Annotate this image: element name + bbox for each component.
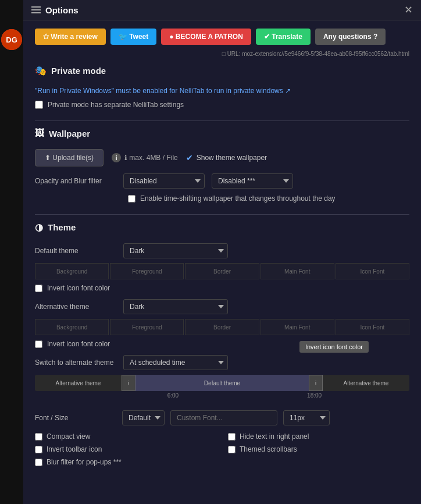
theme-icon: ◑ bbox=[35, 222, 43, 233]
font-size-label: Font / Size bbox=[35, 414, 116, 422]
default-theme-colors: Background Foreground Border Main Font I… bbox=[35, 263, 409, 279]
hide-text-row: Hide text in right panel bbox=[228, 432, 409, 441]
become-patron-button[interactable]: ● BECOME A PATRON bbox=[161, 29, 251, 45]
action-buttons: ✩ Write a review 🐦 Tweet ● BECOME A PATR… bbox=[35, 29, 409, 45]
custom-font-input[interactable] bbox=[170, 410, 277, 425]
invert-toolbar-row: Invert toolbar icon bbox=[35, 445, 216, 453]
bar-time-18: 18:00 bbox=[307, 392, 322, 399]
font-size-row: Font / Size Default 11px bbox=[35, 410, 409, 425]
alt-color-border[interactable]: Border bbox=[185, 319, 259, 335]
private-mode-icon: 🎭 bbox=[35, 65, 47, 76]
default-theme-label: Default theme bbox=[35, 247, 116, 255]
write-review-button[interactable]: ✩ Write a review bbox=[35, 29, 106, 45]
hide-text-checkbox[interactable] bbox=[228, 433, 236, 441]
options-grid: Compact view Hide text in right panel In… bbox=[35, 432, 409, 453]
bar-default-label: Default theme bbox=[204, 380, 240, 386]
wallpaper-title: 🖼 Wallpaper bbox=[35, 128, 409, 142]
wallpaper-section: 🖼 Wallpaper ⬆ Upload file(s) i ℹ max. 4M… bbox=[35, 128, 409, 203]
divider-1 bbox=[35, 120, 409, 121]
timeshifting-label: Enable time-shifting wallpaper that chan… bbox=[140, 194, 336, 203]
private-mode-checkbox-label: Private mode has separate NelliTab setti… bbox=[48, 101, 184, 109]
main-panel: Options ✕ ✩ Write a review 🐦 Tweet ● BEC… bbox=[23, 0, 421, 474]
compact-view-row: Compact view bbox=[35, 432, 216, 441]
alt-color-foreground[interactable]: Foreground bbox=[110, 319, 184, 335]
blur-select[interactable]: Disabled *** bbox=[212, 173, 293, 189]
hide-text-label: Hide text in right panel bbox=[240, 432, 309, 441]
default-invert-checkbox[interactable] bbox=[35, 285, 42, 292]
compact-view-label: Compact view bbox=[47, 432, 90, 441]
timeshifting-checkbox[interactable] bbox=[128, 195, 135, 203]
close-button[interactable]: ✕ bbox=[404, 5, 413, 15]
theme-section: ◑ Theme Default theme Dark Background Fo… bbox=[35, 222, 409, 399]
bar-time-6: 6:00 bbox=[167, 392, 179, 399]
font-select[interactable]: Default bbox=[122, 410, 165, 425]
themed-scrollbars-row: Themed scrollbars bbox=[228, 445, 409, 453]
max-info: i ℹ max. 4MB / File bbox=[112, 153, 178, 162]
private-mode-section: 🎭 Private mode "Run in Private Windows" … bbox=[35, 65, 409, 109]
alt-color-icon-font[interactable]: Icon Font bbox=[336, 319, 409, 335]
invert-tooltip: Invert icon font color bbox=[299, 341, 369, 353]
default-invert-label: Invert icon font color bbox=[47, 284, 110, 292]
alt-color-background[interactable]: Background bbox=[35, 319, 109, 335]
menu-icon bbox=[31, 6, 41, 13]
sidebar: DG bbox=[0, 0, 23, 504]
url-bar: □ URL: moz-extension://5e9466f9-5f38-48e… bbox=[35, 51, 409, 57]
alt-invert-label: Invert icon font color bbox=[47, 340, 110, 348]
color-main-font[interactable]: Main Font bbox=[261, 263, 334, 279]
bar-alt-label-2: Alternative theme bbox=[344, 380, 389, 386]
show-wallpaper-label: Show theme wallpaper bbox=[197, 154, 267, 162]
theme-title: ◑ Theme bbox=[35, 222, 409, 236]
color-icon-font[interactable]: Icon Font bbox=[336, 263, 409, 279]
private-mode-title: 🎭 Private mode bbox=[35, 65, 409, 80]
tweet-button[interactable]: 🐦 Tweet bbox=[110, 29, 156, 45]
blur-filter-checkbox[interactable] bbox=[35, 459, 42, 466]
titlebar: Options ✕ bbox=[23, 0, 421, 20]
alt-theme-row: Alternative theme Dark bbox=[35, 299, 409, 314]
any-questions-button[interactable]: Any questions ? bbox=[315, 29, 386, 45]
default-invert-row: Invert icon font color bbox=[35, 284, 409, 292]
content-area: ✩ Write a review 🐦 Tweet ● BECOME A PATR… bbox=[23, 20, 421, 474]
window-title: Options bbox=[45, 5, 79, 15]
alt-invert-row: Invert icon font color Invert icon font … bbox=[35, 340, 409, 348]
svg-text:DG: DG bbox=[6, 36, 17, 44]
wallpaper-controls: ⬆ Upload file(s) i ℹ max. 4MB / File ✔ S… bbox=[35, 149, 409, 166]
show-wallpaper-row: ✔ Show theme wallpaper bbox=[186, 153, 267, 162]
divider-2 bbox=[35, 214, 409, 215]
themed-scrollbars-label: Themed scrollbars bbox=[240, 445, 297, 453]
color-background[interactable]: Background bbox=[35, 263, 109, 279]
titlebar-left: Options bbox=[31, 5, 79, 15]
switch-theme-row: Switch to alternate theme At scheduled t… bbox=[35, 355, 409, 370]
bar-times: 6:00 18:00 bbox=[35, 392, 409, 399]
bar-alt-label-1: Alternative theme bbox=[56, 380, 101, 386]
bar-default-segment: Default theme bbox=[135, 375, 309, 391]
schedule-bar: Alternative theme i Default theme i Alte… bbox=[35, 375, 409, 391]
compact-view-checkbox[interactable] bbox=[35, 433, 42, 441]
show-wallpaper-checkmark: ✔ bbox=[186, 153, 193, 162]
alt-invert-checkbox[interactable] bbox=[35, 340, 42, 348]
color-foreground[interactable]: Foreground bbox=[110, 263, 184, 279]
private-mode-checkbox[interactable] bbox=[35, 101, 43, 109]
default-theme-row: Default theme Dark bbox=[35, 243, 409, 258]
switch-theme-label: Switch to alternate theme bbox=[35, 359, 116, 367]
upload-button[interactable]: ⬆ Upload file(s) bbox=[35, 149, 104, 166]
blur-filter-row: Blur filter for pop-ups *** bbox=[35, 458, 409, 466]
bar-marker-6[interactable]: i bbox=[122, 375, 135, 391]
avatar: DG bbox=[1, 29, 22, 50]
color-border[interactable]: Border bbox=[185, 263, 259, 279]
invert-toolbar-checkbox[interactable] bbox=[35, 446, 42, 453]
blur-filter-item: Blur filter for pop-ups *** bbox=[35, 458, 409, 466]
alt-theme-colors: Background Foreground Border Main Font I… bbox=[35, 319, 409, 335]
private-mode-link[interactable]: "Run in Private Windows" must be enabled… bbox=[35, 87, 409, 95]
font-size-select[interactable]: 11px bbox=[283, 410, 330, 425]
translate-button[interactable]: ✔ Translate bbox=[256, 29, 311, 45]
themed-scrollbars-checkbox[interactable] bbox=[228, 446, 236, 453]
opacity-select[interactable]: Disabled bbox=[123, 173, 205, 189]
switch-theme-select[interactable]: At scheduled time bbox=[123, 355, 228, 370]
alt-theme-select[interactable]: Dark bbox=[123, 299, 228, 314]
bar-alt-segment-1: Alternative theme bbox=[35, 375, 122, 391]
alt-color-main-font[interactable]: Main Font bbox=[261, 319, 334, 335]
default-theme-select[interactable]: Dark bbox=[123, 243, 228, 258]
wallpaper-icon: 🖼 bbox=[35, 128, 44, 139]
info-icon: i bbox=[112, 153, 121, 162]
bar-marker-18[interactable]: i bbox=[309, 375, 323, 391]
